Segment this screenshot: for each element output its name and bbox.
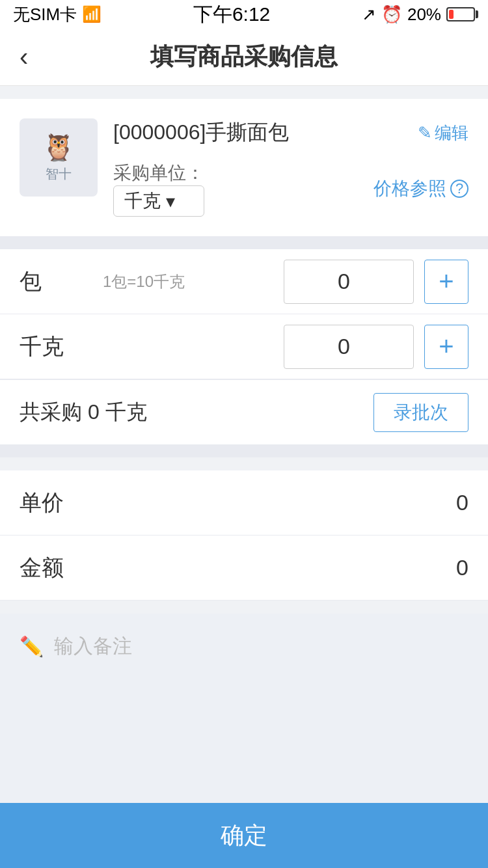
amount-row: 金额 0 [0, 536, 488, 601]
confirm-button[interactable]: 确定 [0, 803, 488, 868]
remark-section: ✏️ 输入备注 [0, 614, 488, 679]
plus-icon: + [439, 267, 454, 296]
product-thumb-text: 智十 [46, 165, 72, 183]
edit-icon: ✎ [418, 123, 432, 143]
edit-button[interactable]: ✎ 编辑 [418, 122, 468, 144]
unit-label: 采购单位： [113, 163, 204, 183]
price-section: 单价 0 金额 0 [0, 470, 488, 601]
unit-value: 千克 [124, 189, 161, 213]
divider-1 [0, 236, 488, 249]
summary-unit-text: 千克 [105, 400, 147, 424]
product-title: 手撕面包 [206, 120, 289, 144]
unit-price-value: 0 [456, 490, 468, 515]
kg-label: 千克 [20, 332, 98, 362]
price-ref-label: 价格参照 [373, 176, 446, 201]
product-thumb-icon: 🦉 [42, 132, 75, 163]
location-icon: ↗ [362, 5, 376, 25]
divider-2 [0, 444, 488, 457]
kg-quantity-input[interactable] [284, 325, 414, 369]
status-bar: 无SIM卡 📶 下午6:12 ↗ ⏰ 20% [0, 0, 488, 29]
plus-icon-2: + [439, 332, 454, 361]
product-thumbnail: 🦉 智十 [20, 118, 98, 197]
wifi-icon: 📶 [82, 5, 102, 23]
back-button[interactable]: ‹ [20, 42, 28, 72]
alarm-icon: ⏰ [381, 5, 402, 25]
status-left: 无SIM卡 📶 [13, 3, 102, 26]
bag-input-row: 包 1包=10千克 + [0, 249, 488, 314]
time-label: 下午6:12 [193, 1, 270, 28]
unit-selector-group: 采购单位： 千克 ▾ [113, 160, 204, 217]
chevron-down-icon: ▾ [166, 191, 175, 212]
bag-sublabel: 1包=10千克 [103, 271, 185, 292]
summary-prefix: 共采购 [20, 400, 82, 424]
carrier-label: 无SIM卡 [13, 3, 77, 26]
battery-fill [449, 10, 454, 19]
status-right: ↗ ⏰ 20% [362, 5, 475, 25]
summary-row: 共采购 0 千克 录批次 [0, 379, 488, 444]
bag-input-section: 包 1包=10千克 + [0, 249, 488, 314]
product-name-row: [0000006]手撕面包 ✎ 编辑 [113, 118, 468, 147]
bag-input-field: + [185, 260, 468, 304]
amount-value: 0 [456, 555, 468, 580]
product-id: [0000006] [113, 120, 206, 144]
nav-bar: ‹ 填写商品采购信息 [0, 29, 488, 86]
battery-percent: 20% [407, 5, 441, 25]
kg-input-section: 千克 + [0, 314, 488, 379]
edit-label: 编辑 [435, 122, 468, 144]
kg-input-field: + [98, 325, 468, 369]
product-name: [0000006]手撕面包 [113, 118, 289, 147]
bag-quantity-input[interactable] [284, 260, 414, 304]
summary-text: 共采购 0 千克 [20, 398, 147, 427]
battery-icon [446, 7, 475, 21]
amount-label: 金额 [20, 553, 64, 583]
bag-label: 包 [20, 267, 98, 297]
unit-row: 采购单位： 千克 ▾ 价格参照 ? [113, 160, 468, 217]
product-card: 🦉 智十 [0000006]手撕面包 ✎ 编辑 采购单位： 千克 ▾ 价格参照 [0, 99, 488, 236]
bag-plus-button[interactable]: + [424, 260, 468, 304]
unit-select[interactable]: 千克 ▾ [113, 185, 204, 217]
price-ref-button[interactable]: 价格参照 ? [373, 176, 468, 201]
kg-plus-button[interactable]: + [424, 325, 468, 369]
unit-price-label: 单价 [20, 488, 64, 518]
kg-input-row: 千克 + [0, 314, 488, 379]
unit-price-row: 单价 0 [0, 470, 488, 536]
help-icon: ? [450, 180, 468, 198]
remark-placeholder: 输入备注 [54, 633, 132, 660]
remark-input-row[interactable]: ✏️ 输入备注 [20, 633, 468, 660]
record-batch-button[interactable]: 录批次 [373, 393, 468, 432]
product-info: [0000006]手撕面包 ✎ 编辑 采购单位： 千克 ▾ 价格参照 ? [113, 118, 468, 217]
page-title: 填写商品采购信息 [150, 41, 338, 73]
pencil-icon: ✏️ [20, 635, 44, 658]
summary-qty: 0 [88, 400, 100, 424]
